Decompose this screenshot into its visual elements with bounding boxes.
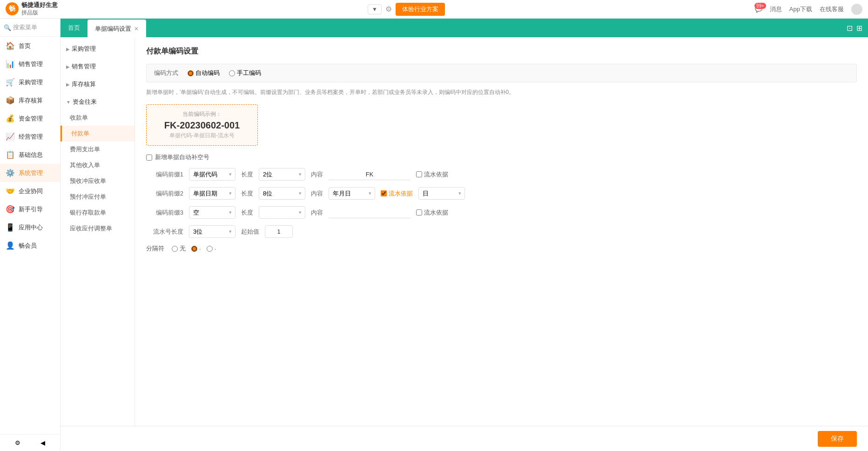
- home-icon: 🏠: [6, 41, 15, 50]
- prefix-2-content-select[interactable]: 年月日: [329, 187, 375, 200]
- arrow-right-icon: ▶: [66, 64, 70, 69]
- brand: 畅 畅捷通好生意 拼品版: [6, 1, 58, 16]
- prefix-2-stream-dropdown[interactable]: 日: [418, 187, 465, 200]
- sub-sidebar-item-adjust[interactable]: 应收应付调整单: [61, 221, 135, 236]
- sidebar-item-sales[interactable]: 📊 销售管理: [0, 55, 60, 73]
- sidebar-search[interactable]: 🔍 搜索菜单: [0, 19, 60, 37]
- sub-sidebar-item-bank[interactable]: 银行存取款单: [61, 205, 135, 221]
- separator-none-radio[interactable]: [172, 246, 178, 252]
- serial-start-input[interactable]: [265, 225, 293, 238]
- sidebar-item-system[interactable]: ⚙️ 系统管理: [0, 164, 60, 182]
- prefix-3-length-select[interactable]: [259, 206, 305, 219]
- sidebar-item-operations[interactable]: 📈 经营管理: [0, 128, 60, 146]
- trial-button[interactable]: 体验行业方案: [396, 3, 445, 16]
- prefix-3-select[interactable]: 空: [189, 206, 236, 219]
- sub-sidebar-item-other-income[interactable]: 其他收入单: [61, 157, 135, 173]
- sidebar-item-basic-info[interactable]: 📋 基础信息: [0, 146, 60, 164]
- auto-encode-radio[interactable]: [188, 70, 194, 76]
- user-avatar[interactable]: [851, 4, 862, 15]
- prefix-3-stream-check[interactable]: 流水依据: [416, 209, 448, 217]
- code-preview-box: 当前编码示例： FK-20230602-001 单据代码-单据日期-流水号: [146, 104, 258, 146]
- tab-minimize-icon[interactable]: ⊡: [847, 24, 853, 33]
- sidebar-item-finance[interactable]: 💰 资金管理: [0, 109, 60, 128]
- gear-icon[interactable]: ⚙: [385, 5, 392, 13]
- prefix-1-length-select[interactable]: 2位: [259, 168, 305, 181]
- prefix-3-stream-checkbox[interactable]: [416, 209, 422, 215]
- guide-icon: 🎯: [6, 205, 15, 214]
- main-layout: 🔍 搜索菜单 🏠 首页 📊 销售管理 🛒 采购管理 📦 库存核算 💰 资金管理 …: [0, 19, 868, 451]
- sub-sidebar: ▶ 采购管理 ▶ 销售管理 ▶ 库存核算: [61, 37, 135, 426]
- tab-close-icon[interactable]: ✕: [134, 26, 139, 32]
- auto-fill-checkbox[interactable]: [146, 155, 152, 161]
- serial-start-label: 起始值: [241, 228, 259, 236]
- prefix-2-select[interactable]: 单据日期: [189, 187, 236, 200]
- prefix-2-stream-checkbox[interactable]: [381, 190, 387, 196]
- sidebar-item-inventory[interactable]: 📦 库存核算: [0, 91, 60, 109]
- settings-icon[interactable]: ⚙: [15, 439, 20, 446]
- manual-encode-option[interactable]: 手工编码: [229, 69, 261, 77]
- separator-options: 无 · ·: [172, 244, 216, 253]
- prefix-2-stream-dropdown-wrap: 日: [418, 187, 465, 200]
- prefix-2-stream-check[interactable]: 流水依据: [381, 189, 413, 198]
- prefix-3-content-input[interactable]: [329, 207, 410, 218]
- auto-encode-option[interactable]: 自动编码: [188, 69, 220, 77]
- prefix-2-length-select[interactable]: 8位: [259, 187, 305, 200]
- sub-sidebar-item-pre-receipt[interactable]: 预收冲应收单: [61, 173, 135, 189]
- prefix-3-content-label: 内容: [311, 209, 323, 217]
- auto-fill-label: 新增单据自动补空号: [155, 153, 209, 162]
- dropdown-button[interactable]: ▼: [368, 4, 382, 14]
- sub-sidebar-item-payment[interactable]: 付款单: [61, 126, 135, 141]
- sidebar-item-enterprise[interactable]: 🤝 企业协同: [0, 182, 60, 200]
- tab-maximize-icon[interactable]: ⊞: [856, 24, 862, 33]
- sub-sidebar-item-pre-payment[interactable]: 预付冲应付单: [61, 189, 135, 205]
- separator-dot-option[interactable]: ·: [191, 245, 201, 252]
- encoding-method-row: 编码方式 自动编码 手工编码: [146, 64, 857, 82]
- sidebar-item-home[interactable]: 🏠 首页: [0, 37, 60, 55]
- prefix-1-content-input[interactable]: [329, 169, 410, 180]
- top-bar-middle: ▼ ⚙ 体验行业方案: [368, 3, 445, 16]
- prefix-2-length-label: 长度: [241, 189, 253, 198]
- tab-encoding[interactable]: 单据编码设置 ✕: [87, 20, 146, 38]
- tab-home[interactable]: 首页: [61, 19, 87, 37]
- collapse-icon[interactable]: ◀: [40, 439, 45, 446]
- separator-row: 分隔符 无 · ·: [146, 244, 857, 253]
- search-icon: 🔍: [4, 24, 11, 31]
- arrow-right-icon: ▶: [66, 47, 70, 52]
- sub-sidebar-item-receipt[interactable]: 收款单: [61, 110, 135, 126]
- separator-dash-option[interactable]: ·: [207, 245, 216, 252]
- sidebar-item-apps[interactable]: 📱 应用中心: [0, 218, 60, 236]
- sub-sidebar-item-expense[interactable]: 费用支出单: [61, 141, 135, 157]
- sidebar-item-purchase[interactable]: 🛒 采购管理: [0, 73, 60, 91]
- save-button[interactable]: 保存: [818, 431, 857, 447]
- code-preview-desc: 单据代码-单据日期-流水号: [156, 132, 248, 140]
- prefix-1-stream-checkbox[interactable]: [416, 171, 422, 177]
- serial-length-select[interactable]: 3位: [189, 225, 236, 238]
- code-preview-label: 当前编码示例：: [156, 110, 248, 118]
- message-label[interactable]: 消息: [770, 5, 782, 13]
- prefix-1-stream-check[interactable]: 流水依据: [416, 170, 448, 179]
- prefix-3-length-wrap: [259, 206, 305, 219]
- manual-encode-radio[interactable]: [229, 70, 235, 76]
- message-icon[interactable]: 💬 99+: [755, 6, 762, 13]
- sidebar-item-members[interactable]: 👤 畅会员: [0, 236, 60, 255]
- separator-dash-radio[interactable]: [207, 246, 213, 252]
- separator-none-option[interactable]: 无: [172, 244, 186, 253]
- sub-sidebar-group-inventory-title[interactable]: ▶ 库存核算: [61, 76, 135, 92]
- prefix-row-1: 编码前缀1 单据代码 长度 2位 内容: [146, 168, 857, 181]
- inventory-icon: 📦: [6, 96, 15, 105]
- prefix-1-length-label: 长度: [241, 170, 253, 179]
- tab-bar: 首页 单据编码设置 ✕ ⊡ ⊞: [61, 19, 868, 37]
- system-icon: ⚙️: [6, 168, 15, 177]
- purchase-icon: 🛒: [6, 78, 15, 87]
- separator-dot-radio[interactable]: [191, 246, 197, 252]
- prefix-2-content-wrap: 年月日: [329, 187, 375, 200]
- app-download[interactable]: App下载: [789, 5, 812, 13]
- prefix-1-select[interactable]: 单据代码: [189, 168, 236, 181]
- sidebar-item-guide[interactable]: 🎯 新手引导: [0, 200, 60, 218]
- sub-sidebar-group-purchase-title[interactable]: ▶ 采购管理: [61, 41, 135, 57]
- online-service[interactable]: 在线客服: [820, 5, 844, 13]
- prefix-3-select-wrap: 空: [189, 206, 236, 219]
- sub-sidebar-group-sales-title[interactable]: ▶ 销售管理: [61, 59, 135, 74]
- prefix-2-content-label: 内容: [311, 189, 323, 198]
- sub-sidebar-group-funds-title[interactable]: ▼ 资金往来: [61, 94, 135, 110]
